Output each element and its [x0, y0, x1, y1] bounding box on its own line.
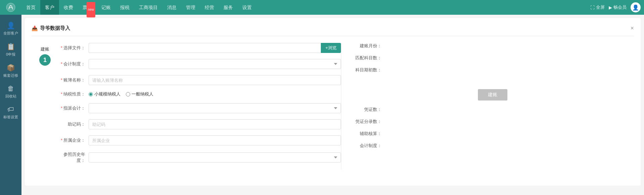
- accounting-system-right-row: 会计制度：: [351, 143, 634, 149]
- build-button-container: 建账: [351, 79, 634, 101]
- match-subjects-row: 匹配科目数：: [351, 55, 634, 61]
- tag-icon: 🏷: [7, 106, 14, 113]
- accounting-system-select-wrapper: [89, 59, 341, 69]
- file-input-group: +浏览: [89, 43, 341, 53]
- user-avatar[interactable]: 👤: [631, 2, 641, 12]
- accounting-system-right-label: 会计制度：: [351, 143, 385, 149]
- play-icon: ▶: [609, 5, 612, 10]
- historical-year-select[interactable]: [89, 152, 341, 162]
- app-layout: 👤 全部客户 📋 0申报 📦 账套迁移 🗑 回收站 🏷 标签设置 📥 导爷: [0, 15, 644, 195]
- panel-header: 📥 导爷数据导入 ×: [32, 25, 634, 36]
- app-logo: [3, 0, 18, 15]
- accounting-system-select[interactable]: [89, 59, 341, 69]
- company-input[interactable]: [89, 135, 341, 145]
- nav-settings[interactable]: 设置: [238, 0, 256, 15]
- general-taxpayer-radio[interactable]: [126, 92, 130, 96]
- nav-home[interactable]: 首页: [21, 0, 40, 15]
- small-taxpayer-radio[interactable]: [89, 92, 93, 96]
- sidebar-item-account-migration[interactable]: 📦 账套迁移: [0, 60, 21, 81]
- sidebar-item-tag-settings[interactable]: 🏷 标签设置: [0, 102, 21, 123]
- account-name-label: 账簿名称：: [58, 77, 89, 83]
- accounting-system-row: 会计制度：: [58, 59, 341, 69]
- company-label: 所属企业：: [58, 137, 89, 143]
- file-row: 选择文件： +浏览: [58, 43, 341, 53]
- member-button[interactable]: ▶ 畅会员: [609, 4, 627, 10]
- main-content: 📥 导爷数据导入 × 建账 1 选择文件：: [21, 15, 644, 195]
- accountant-label: 指派会计：: [58, 105, 89, 111]
- auxiliary-row: 辅助核算：: [351, 131, 634, 137]
- nav-service[interactable]: 服务: [219, 0, 238, 15]
- zero-report-icon: 📋: [7, 43, 15, 51]
- voucher-entries-label: 凭证分录数：: [351, 119, 385, 125]
- recycle-icon: 🗑: [7, 85, 14, 92]
- historical-year-label: 参照历史年度：: [58, 151, 89, 164]
- nav-fee[interactable]: 收费: [59, 0, 78, 15]
- company-row: 所属企业：: [58, 135, 341, 145]
- form-left-col: 选择文件： +浏览 会计制度：: [58, 43, 341, 170]
- accountant-select[interactable]: [89, 103, 341, 113]
- nav-business-project[interactable]: 工商项目: [134, 0, 162, 15]
- nav-invoice[interactable]: 票据 new: [78, 0, 97, 15]
- accountant-row: 指派会计：: [58, 103, 341, 113]
- nav-message[interactable]: 消息: [162, 0, 181, 15]
- migration-icon: 📦: [7, 64, 15, 72]
- historical-year-select-wrapper: [89, 152, 341, 162]
- tax-type-row: 纳税性质： 小规模纳税人 一般纳税人: [58, 91, 341, 97]
- build-account-button[interactable]: 建账: [478, 89, 507, 101]
- voucher-count-row: 凭证数：: [351, 107, 634, 113]
- nav-operation[interactable]: 经营: [200, 0, 219, 15]
- tax-type-label: 纳税性质：: [58, 91, 89, 97]
- general-taxpayer-label[interactable]: 一般纳税人: [126, 91, 153, 97]
- all-clients-icon: 👤: [7, 21, 15, 29]
- nav-tax[interactable]: 报税: [115, 0, 134, 15]
- accounting-system-label: 会计制度：: [58, 61, 89, 67]
- nav-items: 首页 客户 收费 票据 new 记账 报税 工商项目 消息 管理 经营 服务 设…: [21, 0, 590, 15]
- tax-type-radio-group: 小规模纳税人 一般纳税人: [89, 91, 153, 97]
- match-subjects-label: 匹配科目数：: [351, 55, 385, 61]
- sidebar: 👤 全部客户 📋 0申报 📦 账套迁移 🗑 回收站 🏷 标签设置: [0, 15, 21, 195]
- nav-management[interactable]: 管理: [181, 0, 200, 15]
- form-container: 建账 1 选择文件： +浏览 会计制度：: [32, 43, 634, 170]
- step-indicator: 建账 1: [32, 43, 58, 170]
- voucher-count-label: 凭证数：: [351, 107, 385, 113]
- invoice-badge: new: [87, 2, 95, 17]
- historical-year-row: 参照历史年度：: [58, 151, 341, 164]
- file-input[interactable]: [89, 43, 321, 53]
- sidebar-item-zero-report[interactable]: 📋 0申报: [0, 39, 21, 60]
- accountant-select-wrapper: [89, 103, 341, 113]
- top-navigation: 首页 客户 收费 票据 new 记账 报税 工商项目 消息 管理 经营 服务 设…: [0, 0, 644, 15]
- file-label: 选择文件：: [58, 45, 89, 51]
- mnemonic-row: 助记码：: [58, 119, 341, 129]
- form-right-col: 建账月份： 匹配科目数： 科目期初数： 建账: [341, 43, 634, 170]
- close-button[interactable]: ×: [630, 25, 634, 32]
- subject-opening-label: 科目期初数：: [351, 67, 385, 73]
- step-badge: 1: [39, 54, 51, 66]
- fullscreen-icon: ⛶: [590, 5, 595, 10]
- import-panel: 📥 导爷数据导入 × 建账 1 选择文件：: [25, 18, 641, 186]
- import-icon: 📥: [32, 25, 38, 31]
- build-month-label: 建账月份：: [351, 43, 385, 49]
- user-icon: 👤: [632, 4, 639, 11]
- sidebar-item-recycle[interactable]: 🗑 回收站: [0, 81, 21, 102]
- nav-right: ⛶ 全屏 ▶ 畅会员 👤: [590, 2, 641, 12]
- voucher-entries-row: 凭证分录数：: [351, 119, 634, 125]
- auxiliary-label: 辅助核算：: [351, 131, 385, 137]
- nav-customer[interactable]: 客户: [40, 0, 59, 15]
- mnemonic-input[interactable]: [89, 119, 341, 129]
- browse-button[interactable]: +浏览: [321, 43, 341, 53]
- small-taxpayer-label[interactable]: 小规模纳税人: [89, 91, 120, 97]
- mnemonic-label: 助记码：: [58, 121, 89, 127]
- nav-bookkeeping[interactable]: 记账: [97, 0, 115, 15]
- fullscreen-button[interactable]: ⛶ 全屏: [590, 4, 605, 10]
- account-name-row: 账簿名称：: [58, 75, 341, 85]
- subject-opening-row: 科目期初数：: [351, 67, 634, 73]
- sidebar-item-all-clients[interactable]: 👤 全部客户: [0, 18, 21, 39]
- panel-title: 📥 导爷数据导入: [32, 25, 70, 31]
- build-month-row: 建账月份：: [351, 43, 634, 49]
- account-name-input[interactable]: [89, 75, 341, 85]
